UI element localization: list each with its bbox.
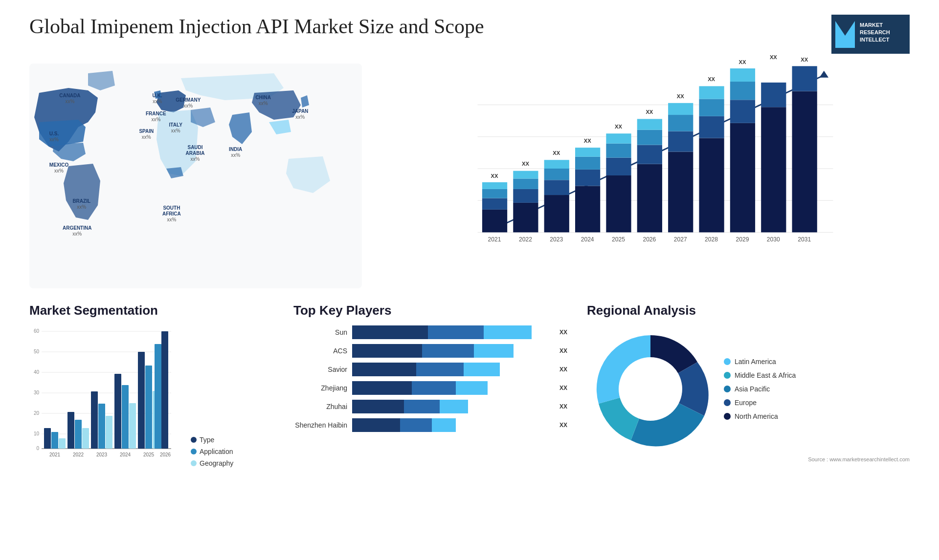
donut-area: Latin America Middle East & Africa Asia … <box>587 325 910 452</box>
player-row-zhejiang: Zhejiang XX <box>293 381 567 395</box>
svg-rect-24 <box>544 180 569 195</box>
svg-rect-61 <box>730 82 755 100</box>
svg-rect-93 <box>82 428 89 449</box>
svg-rect-43 <box>637 130 662 145</box>
svg-text:RESEARCH: RESEARCH <box>860 29 890 35</box>
svg-text:50: 50 <box>34 349 40 354</box>
svg-rect-101 <box>129 403 136 449</box>
svg-rect-14 <box>482 182 507 189</box>
svg-rect-62 <box>730 68 755 82</box>
svg-text:XX: XX <box>491 173 498 179</box>
svg-text:2021: 2021 <box>488 236 501 243</box>
svg-rect-55 <box>699 99 724 116</box>
svg-rect-70 <box>792 66 817 91</box>
player-name-zhuhai: Zhuhai <box>293 403 347 410</box>
svg-text:XX: XX <box>615 124 622 129</box>
map-label-argentina: ARGENTINAxx% <box>63 225 91 237</box>
svg-rect-18 <box>513 189 538 203</box>
svg-rect-53 <box>699 138 724 233</box>
player-xx-zhuhai: XX <box>559 403 567 410</box>
legend-asia-pacific: Asia Pacific <box>724 385 796 393</box>
svg-text:XX: XX <box>646 109 653 115</box>
svg-rect-89 <box>59 438 66 449</box>
svg-text:XX: XX <box>801 57 808 63</box>
svg-rect-69 <box>792 91 817 233</box>
svg-point-112 <box>619 357 682 421</box>
player-name-shenzhen: Shenzhen Haibin <box>293 421 347 429</box>
legend-middle-east-africa: Middle East & Africa <box>724 371 796 379</box>
svg-text:2026: 2026 <box>643 236 656 243</box>
bottom-section: Market Segmentation 60 50 40 30 20 10 0 <box>29 303 910 489</box>
svg-marker-0 <box>835 21 855 48</box>
player-row-savior: Savior XX <box>293 363 567 376</box>
svg-text:2028: 2028 <box>705 236 718 243</box>
svg-rect-25 <box>544 169 569 180</box>
svg-rect-36 <box>606 158 631 175</box>
map-label-spain: SPAINxx% <box>139 129 154 140</box>
svg-text:2025: 2025 <box>143 452 155 457</box>
svg-text:0: 0 <box>36 446 39 451</box>
player-xx-shenzhen: XX <box>559 422 567 429</box>
svg-text:2023: 2023 <box>550 236 563 243</box>
svg-rect-13 <box>482 189 507 198</box>
map-label-france: FRANCExx% <box>146 111 166 123</box>
players-title: Top Key Players <box>293 303 567 318</box>
svg-text:XX: XX <box>553 150 560 156</box>
regional-title: Regional Analysis <box>587 303 910 318</box>
svg-rect-19 <box>513 179 538 189</box>
map-label-saudi: SAUDIARABIAxx% <box>186 145 205 162</box>
svg-rect-44 <box>637 119 662 129</box>
svg-rect-31 <box>575 157 600 170</box>
svg-text:30: 30 <box>34 390 40 395</box>
svg-rect-48 <box>668 131 693 152</box>
player-bar-savior <box>352 363 552 376</box>
player-bar-sun <box>352 325 552 339</box>
player-bar-acs <box>352 344 552 358</box>
svg-rect-47 <box>668 152 693 233</box>
svg-text:MARKET: MARKET <box>860 22 883 28</box>
player-xx-zhejiang: XX <box>559 385 567 391</box>
svg-rect-91 <box>67 412 74 449</box>
svg-rect-95 <box>91 391 98 449</box>
source-text: Source : www.marketresearchintellect.com <box>587 456 910 462</box>
svg-text:2026: 2026 <box>160 452 171 457</box>
seg-legend: Type Application Geography <box>191 436 233 467</box>
svg-text:2024: 2024 <box>120 452 131 457</box>
svg-rect-49 <box>668 115 693 131</box>
svg-text:2025: 2025 <box>612 236 625 243</box>
page: Global Imipenem Injection API Market Siz… <box>0 0 939 560</box>
player-bar-zhuhai <box>352 400 552 413</box>
svg-text:2024: 2024 <box>581 236 594 243</box>
svg-rect-23 <box>544 195 569 232</box>
logo-box: MARKET RESEARCH INTELLECT <box>831 15 910 54</box>
svg-text:XX: XX <box>677 93 684 99</box>
svg-text:2021: 2021 <box>49 452 61 457</box>
svg-text:10: 10 <box>34 431 40 436</box>
header: Global Imipenem Injection API Market Siz… <box>29 15 910 54</box>
map-label-uk: U.K.xx% <box>153 93 162 105</box>
player-name-sun: Sun <box>293 328 347 336</box>
player-xx-sun: XX <box>559 329 567 336</box>
svg-rect-109 <box>155 344 161 449</box>
svg-rect-42 <box>637 145 662 164</box>
map-label-mexico: MEXICOxx% <box>49 162 68 174</box>
svg-rect-97 <box>106 416 112 449</box>
legend-application: Application <box>191 448 233 455</box>
map-label-canada: CANADAxx% <box>59 93 80 105</box>
svg-rect-38 <box>606 133 631 144</box>
player-name-acs: ACS <box>293 347 347 355</box>
svg-rect-12 <box>482 198 507 210</box>
legend-europe: Europe <box>724 399 796 407</box>
page-title: Global Imipenem Injection API Market Siz… <box>29 15 484 38</box>
players-container: Top Key Players Sun XX ACS <box>293 303 567 489</box>
regional-container: Regional Analysis <box>587 303 910 489</box>
segmentation-title: Market Segmentation <box>29 303 274 318</box>
svg-rect-87 <box>44 428 51 449</box>
svg-text:2031: 2031 <box>798 236 811 243</box>
segment-container: Market Segmentation 60 50 40 30 20 10 0 <box>29 303 274 489</box>
svg-rect-37 <box>606 144 631 158</box>
legend-geography: Geography <box>191 459 233 467</box>
svg-rect-59 <box>730 123 755 233</box>
svg-text:2022: 2022 <box>73 452 84 457</box>
player-xx-savior: XX <box>559 366 567 373</box>
